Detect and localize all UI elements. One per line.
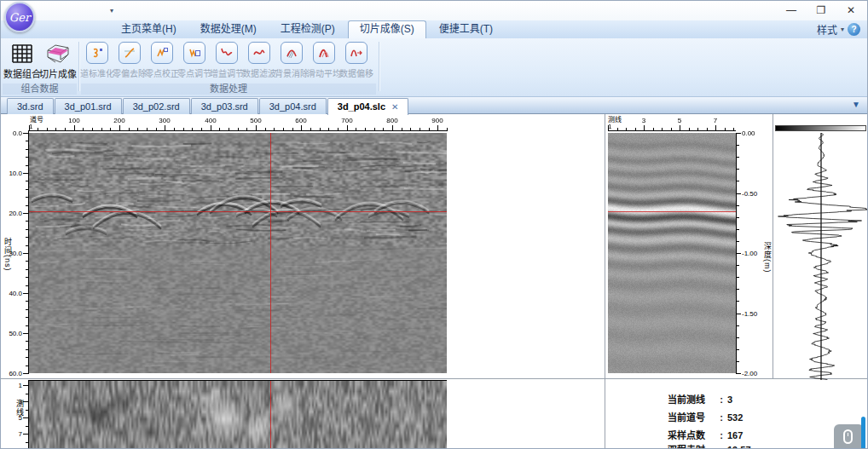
info-separator: :	[715, 412, 727, 423]
tab-engineering-detect[interactable]: 工程检测(P)	[269, 20, 346, 38]
tick-mark	[137, 128, 138, 131]
ribbon-button-zero-point-adjust[interactable]: 零点调节	[178, 41, 211, 83]
doc-tab-3d-p04-srd[interactable]: 3d_p04.srd	[259, 98, 327, 114]
planview-canvas[interactable]	[29, 381, 447, 449]
tick-mark	[347, 125, 348, 131]
tick-label: 3	[1, 398, 22, 406]
document-tabs: 3d.srd 3d_p01.srd 3d_p02.srd 3d_p03.srd …	[7, 98, 408, 115]
ribbon-button-moving-average[interactable]: 滑动平均	[308, 41, 340, 83]
info-value: 19.57 ns	[727, 445, 764, 449]
bscan-crosshair-vertical	[270, 133, 271, 373]
ribbon-button-gain-adjust[interactable]: 增益调节	[211, 41, 243, 83]
tick-mark	[737, 301, 739, 302]
quick-access-dropdown-icon[interactable]: ▾	[110, 7, 113, 14]
info-row-current-line: 当前测线:3	[668, 392, 732, 406]
tick-mark	[83, 128, 84, 131]
doc-tab-3d-srd[interactable]: 3d.srd	[7, 98, 54, 114]
data-shift-icon	[345, 42, 367, 64]
tick-mark	[26, 165, 28, 166]
ribbon-button-data-combine[interactable]: 数据组合	[4, 41, 40, 83]
lineview-canvas[interactable]	[608, 133, 736, 373]
style-dropdown-icon[interactable]: ▾	[841, 26, 844, 33]
tick-label: 300	[152, 117, 177, 124]
ribbon-button-zero-drift-remove[interactable]: 零偏去除	[113, 41, 146, 83]
info-value: 532	[727, 412, 743, 423]
tick-mark	[92, 128, 93, 131]
tick-mark	[26, 229, 28, 230]
tab-slice-imaging[interactable]: 切片成像(S)	[348, 20, 426, 38]
tick-mark	[737, 277, 739, 278]
application-window: Ger ▾ — ❐ ✕ 主页菜单(H) 数据处理(M) 工程检测(P) 切片成像…	[0, 0, 868, 449]
tick-label: 1	[1, 382, 22, 389]
ribbon-group-separator	[379, 42, 380, 91]
tick-mark	[274, 128, 275, 131]
tick-mark	[26, 317, 28, 318]
tick-mark	[26, 149, 28, 150]
tick-mark	[23, 434, 28, 435]
style-button[interactable]: 样式	[817, 22, 837, 37]
tick-label: 60.0	[1, 370, 22, 377]
tick-mark	[246, 128, 247, 131]
info-row-sample-count: 采样点数:167	[668, 428, 743, 441]
tick-mark	[429, 128, 430, 131]
wiggle-trace-canvas[interactable]	[773, 133, 868, 380]
ribbon-button-data-filter[interactable]: 数据滤波	[243, 41, 275, 83]
info-label: 当前道号	[668, 410, 715, 423]
tick-mark	[174, 128, 175, 131]
tick-mark	[26, 285, 28, 286]
tab-close-icon[interactable]: ✕	[391, 102, 398, 112]
doc-tab-3d-p01-srd[interactable]: 3d_p01.srd	[55, 98, 122, 114]
restore-button[interactable]: ❐	[807, 3, 836, 18]
tick-mark	[365, 128, 366, 131]
ribbon-group-data-processing: 道标准化 零偏去除 零点校正 零点调节	[81, 39, 376, 95]
ribbon-button-zero-point-correct[interactable]: 零点校正	[146, 41, 178, 83]
tick-mark	[715, 125, 716, 131]
tick-mark	[737, 253, 741, 254]
tab-home-menu[interactable]: 主页菜单(H)	[110, 20, 188, 38]
bscan-canvas[interactable]	[29, 133, 447, 373]
help-icon[interactable]: ?	[848, 23, 860, 36]
tick-mark	[26, 261, 28, 262]
app-logo-icon[interactable]: Ger	[4, 2, 35, 32]
doc-tab-3d-p04-slc[interactable]: 3d_p04.slc✕	[327, 98, 409, 115]
tick-mark	[26, 301, 28, 302]
tick-mark	[55, 128, 56, 131]
ribbon-button-data-shift[interactable]: 数据偏移	[340, 41, 373, 83]
tick-mark	[737, 265, 739, 266]
ribbon-button-label: 零偏去除	[113, 66, 147, 79]
doc-tab-label: 3d_p04.slc	[338, 101, 385, 112]
tick-mark	[238, 128, 239, 131]
tick-mark	[192, 128, 193, 131]
tick-label: 0.0	[1, 130, 22, 137]
grayscale-colorbar	[775, 125, 866, 131]
tick-mark	[26, 189, 28, 190]
info-label: 当前测线	[668, 392, 715, 406]
tick-mark	[265, 128, 266, 131]
ribbon-button-trace-normalize[interactable]: 道标准化	[81, 41, 113, 83]
minimize-button[interactable]: —	[777, 3, 806, 18]
tick-label: 700	[334, 117, 360, 124]
tab-overflow-icon[interactable]: ▼	[852, 100, 860, 109]
tab-data-processing[interactable]: 数据处理(M)	[189, 20, 268, 38]
tick-label: -1.50	[742, 310, 767, 318]
ribbon-button-background-remove[interactable]: 背景消除	[275, 41, 308, 83]
zero-point-correct-icon	[151, 42, 173, 64]
tick-mark	[23, 385, 28, 386]
tick-mark	[292, 128, 293, 131]
doc-tab-3d-p03-srd[interactable]: 3d_p03.srd	[191, 98, 258, 114]
close-button[interactable]: ✕	[836, 3, 865, 18]
tick-mark	[671, 128, 672, 131]
bscan-crosshair-horizontal	[29, 211, 447, 212]
ribbon-button-slice-imaging[interactable]: 切片成像	[40, 41, 76, 83]
tick-mark	[437, 125, 438, 131]
tick-label: -1.00	[742, 250, 767, 257]
tick-mark	[23, 173, 28, 174]
doc-tab-3d-p02-srd[interactable]: 3d_p02.srd	[123, 98, 190, 114]
tick-mark	[626, 128, 627, 131]
gain-adjust-icon	[216, 42, 238, 64]
mouse-overlay-icon[interactable]	[834, 424, 864, 449]
info-separator: :	[715, 394, 727, 405]
tab-convenient-tools[interactable]: 便捷工具(T)	[428, 20, 504, 38]
tick-label: 10.0	[1, 170, 22, 177]
tick-mark	[737, 181, 739, 181]
